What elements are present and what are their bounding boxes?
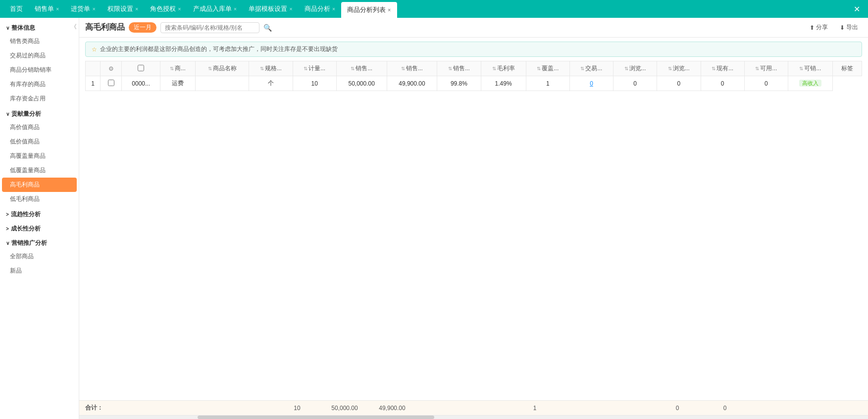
footer-sale-profit: 49,900.00 [372,405,412,412]
cell-tag: 高收入 [788,76,832,91]
nav-item-首页[interactable]: 首页 [4,0,29,18]
nav-item-权限设置[interactable]: 权限设置 × [102,0,144,18]
cell-spec [195,76,249,91]
footer-label: 合计： [85,404,103,412]
sidebar-item-高价值商品[interactable]: 高价值商品 [0,120,79,135]
col-header-checkbox [122,61,160,76]
nav-item-角色授权[interactable]: 角色授权 × [144,0,187,18]
nav-close-icon[interactable]: × [388,7,391,13]
search-input[interactable] [160,22,259,33]
col-header-code[interactable]: ⇅商... [160,61,196,76]
sidebar-toggle-button[interactable]: 《 [69,22,79,32]
row-checkbox[interactable] [108,80,114,86]
col-header-available[interactable]: ⇅可用... [744,61,788,76]
sidebar-item-新品[interactable]: 新品 [0,264,79,278]
sidebar-section-label: 整体信息 [11,24,35,32]
col-header-view1[interactable]: ⇅浏览... [613,61,657,76]
col-header-current[interactable]: ⇅现有... [701,61,744,76]
nav-item-销售单[interactable]: 销售单 × [29,0,65,18]
sidebar-section-贡献量分析[interactable]: ∨贡献量分析 [0,106,79,120]
footer-current: 0 [658,405,697,412]
cell-coverage: 1.49% [481,76,526,91]
col-header-trade[interactable]: ⇅交易... [569,61,613,76]
nav-item-商品分析[interactable]: 商品分析 × [299,0,341,18]
col-header-saleProfit[interactable]: ⇅销售... [437,61,481,76]
col-header-spec[interactable]: ⇅规格... [249,61,293,76]
sidebar-section-整体信息[interactable]: ∨整体信息 [0,20,79,34]
filter-button[interactable]: 近一月 [129,22,156,33]
sidebar-item-低价值商品[interactable]: 低价值商品 [0,135,79,149]
cell-grossRate: 99.8% [437,76,481,91]
nav-item-商品分析列表[interactable]: 商品分析列表 × [341,2,397,18]
data-table: ⚙⇅商...⇅商品名称⇅规格...⇅计量...⇅销售...⇅销售...⇅销售..… [85,61,862,91]
nav-item-产成品入库单[interactable]: 产成品入库单 × [187,0,243,18]
sidebar-section-label: 贡献量分析 [11,110,41,118]
sidebar-item-交易过的商品[interactable]: 交易过的商品 [0,48,79,63]
sidebar-section-成长性分析[interactable]: >成长性分析 [0,221,79,235]
select-all-checkbox[interactable] [138,65,144,71]
col-header-view2[interactable]: ⇅浏览... [657,61,701,76]
share-label: 分享 [816,23,828,32]
scrollbar-thumb [198,416,434,419]
window-close-button[interactable]: ✕ [850,4,864,14]
page-title: 高毛利商品 [85,22,125,33]
cell-available: 0 [701,76,744,91]
sidebar-section-arrow: ∨ [6,25,9,31]
sidebar-item-有库存的商品[interactable]: 有库存的商品 [0,77,79,92]
cell-trade: 1 [526,76,569,91]
share-icon: ⬆ [810,24,815,31]
sidebar-section-label: 成长性分析 [11,225,41,233]
info-bar: ☆ 企业的主要的利润都是这部分商品创造的，可考虑加大推广，同时关注库存是不要出现… [85,42,862,57]
cell-saleAmt: 50,000.00 [336,76,387,91]
content-area: 高毛利商品 近一月 🔍 ⬆ 分享 ⬇ 导出 ☆ 企业的主要的利润都是这部分商品创… [79,18,868,419]
footer-sale-amt: 50,000.00 [325,405,364,412]
nav-close-icon[interactable]: × [178,6,181,12]
info-text: 企业的主要的利润都是这部分商品创造的，可考虑加大推广，同时关注库存是不要出现缺货 [100,45,338,53]
main-layout: 《 ∨整体信息销售类商品交易过的商品商品分销助销率有库存的商品库存资金占用∨贡献… [0,18,868,419]
sidebar-item-高覆盖量商品[interactable]: 高覆盖量商品 [0,149,79,163]
cell-name: 运费 [160,76,196,91]
share-button[interactable]: ⬆ 分享 [806,22,832,33]
sidebar-item-库存资金占用[interactable]: 库存资金占用 [0,92,79,106]
cell-checkbox [101,76,122,91]
nav-close-icon[interactable]: × [135,6,138,12]
col-header-coverage[interactable]: ⇅覆盖... [526,61,569,76]
sidebar-section-arrow: > [6,212,9,217]
col-header-saleQty[interactable]: ⇅销售... [336,61,387,76]
col-header-grossRate[interactable]: ⇅毛利率 [481,61,526,76]
sidebar-item-全部商品[interactable]: 全部商品 [0,249,79,264]
nav-close-icon[interactable]: × [289,6,292,12]
view-link[interactable]: 0 [590,80,593,87]
sidebar-section-流趋性分析[interactable]: >流趋性分析 [0,206,79,221]
cell-view2: 0 [613,76,657,91]
tag-badge: 高收入 [799,80,821,87]
footer-available: 0 [705,405,745,412]
col-header-saleAmt[interactable]: ⇅销售... [387,61,437,76]
footer-sale-qty: 10 [277,405,317,412]
col-header-saleable[interactable]: ⇅可销... [788,61,832,76]
cell-saleQty: 10 [293,76,336,91]
sidebar-section-营销推广分析[interactable]: ∨营销推广分析 [0,235,79,249]
sidebar-section-label: 营销推广分析 [11,239,47,247]
table-footer: 合计： 10 50,000.00 49,900.00 1 0 0 [79,400,868,415]
sidebar-item-高毛利商品[interactable]: 高毛利商品 [2,178,77,192]
nav-close-icon[interactable]: × [332,6,335,12]
info-icon: ☆ [92,46,97,53]
sidebar-item-低毛利商品[interactable]: 低毛利商品 [0,192,79,206]
cell-unit: 个 [249,76,293,91]
nav-item-单据模板设置[interactable]: 单据模板设置 × [243,0,298,18]
export-button[interactable]: ⬇ 导出 [836,22,862,33]
nav-close-icon[interactable]: × [234,6,237,12]
cell-view1: 0 [569,76,613,91]
search-button[interactable]: 🔍 [263,24,272,32]
sidebar-item-商品分销助销率[interactable]: 商品分销助销率 [0,63,79,77]
nav-close-icon[interactable]: × [56,6,59,12]
nav-item-进货单[interactable]: 进货单 × [65,0,101,18]
nav-close-icon[interactable]: × [92,6,95,12]
cell-current: 0 [657,76,701,91]
sidebar-item-销售类商品[interactable]: 销售类商品 [0,34,79,48]
sidebar-item-低覆盖量商品[interactable]: 低覆盖量商品 [0,163,79,178]
col-header-unit[interactable]: ⇅计量... [293,61,336,76]
col-header-name[interactable]: ⇅商品名称 [195,61,249,76]
bottom-scrollbar[interactable] [79,415,868,419]
